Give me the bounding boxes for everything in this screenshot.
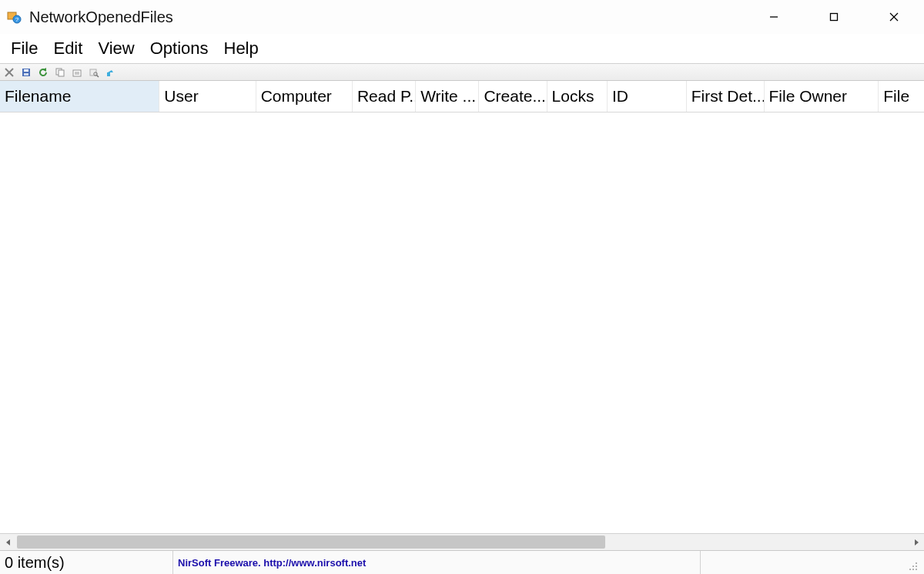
svg-point-26 bbox=[916, 566, 917, 567]
app-window: ? NetworkOpenedFiles File Edit View Opti… bbox=[0, 0, 924, 574]
svg-line-20 bbox=[97, 75, 99, 77]
toolbar bbox=[0, 64, 924, 81]
column-file[interactable]: File bbox=[879, 81, 924, 112]
scroll-left-arrow-icon[interactable] bbox=[0, 534, 16, 550]
svg-point-27 bbox=[909, 569, 911, 570]
status-footer-link[interactable]: NirSoft Freeware. http://www.nirsoft.net bbox=[173, 551, 701, 574]
statusbar: 0 item(s) NirSoft Freeware. http://www.n… bbox=[0, 550, 924, 574]
resize-grip-icon[interactable] bbox=[906, 559, 919, 572]
column-created[interactable]: Create... bbox=[479, 81, 547, 112]
menubar: File Edit View Options Help bbox=[0, 34, 924, 64]
menu-options[interactable]: Options bbox=[142, 37, 216, 60]
column-user[interactable]: User bbox=[159, 81, 256, 112]
column-filename[interactable]: Filename bbox=[0, 81, 159, 112]
svg-point-24 bbox=[916, 562, 917, 564]
svg-marker-12 bbox=[43, 68, 47, 72]
save-icon[interactable] bbox=[20, 66, 32, 79]
titlebar: ? NetworkOpenedFiles bbox=[0, 0, 924, 34]
menu-file[interactable]: File bbox=[3, 37, 45, 60]
column-write-permission[interactable]: Write ... bbox=[416, 81, 479, 112]
column-id[interactable]: ID bbox=[608, 81, 687, 112]
column-file-owner[interactable]: File Owner bbox=[765, 81, 879, 112]
window-controls bbox=[744, 0, 924, 34]
scrollbar-track[interactable] bbox=[16, 534, 908, 550]
svg-rect-14 bbox=[59, 70, 64, 76]
svg-text:?: ? bbox=[15, 16, 19, 23]
scrollbar-thumb[interactable] bbox=[17, 535, 605, 549]
svg-point-28 bbox=[912, 569, 914, 570]
column-computer[interactable]: Computer bbox=[256, 81, 353, 112]
svg-rect-10 bbox=[24, 69, 28, 72]
svg-rect-15 bbox=[73, 70, 81, 76]
svg-rect-11 bbox=[24, 73, 28, 76]
maximize-button[interactable] bbox=[804, 0, 864, 34]
svg-rect-21 bbox=[107, 72, 110, 76]
grid-body[interactable] bbox=[0, 112, 924, 533]
svg-rect-4 bbox=[831, 14, 838, 21]
close-sel-icon[interactable] bbox=[3, 66, 15, 79]
app-title: NetworkOpenedFiles bbox=[29, 8, 173, 26]
status-item-count: 0 item(s) bbox=[0, 551, 173, 574]
column-read-permission[interactable]: Read P... bbox=[353, 81, 416, 112]
svg-point-25 bbox=[912, 566, 914, 567]
status-spacer bbox=[701, 551, 924, 574]
horizontal-scrollbar[interactable] bbox=[0, 533, 924, 550]
refresh-icon[interactable] bbox=[37, 66, 49, 79]
menu-help[interactable]: Help bbox=[216, 37, 266, 60]
column-headers: Filename User Computer Read P... Write .… bbox=[0, 81, 924, 112]
menu-edit[interactable]: Edit bbox=[45, 37, 90, 60]
svg-marker-22 bbox=[6, 539, 10, 545]
minimize-button[interactable] bbox=[744, 0, 804, 34]
menu-view[interactable]: View bbox=[90, 37, 142, 60]
donate-icon[interactable] bbox=[105, 66, 117, 79]
app-icon: ? bbox=[6, 9, 22, 25]
svg-point-29 bbox=[916, 569, 917, 570]
svg-marker-23 bbox=[915, 539, 919, 545]
column-locks[interactable]: Locks bbox=[547, 81, 608, 112]
find-icon[interactable] bbox=[88, 66, 100, 79]
copy-icon[interactable] bbox=[54, 66, 66, 79]
scroll-right-arrow-icon[interactable] bbox=[908, 534, 924, 550]
properties-icon[interactable] bbox=[71, 66, 83, 79]
close-button[interactable] bbox=[864, 0, 924, 34]
column-first-detected[interactable]: First Det... bbox=[687, 81, 765, 112]
